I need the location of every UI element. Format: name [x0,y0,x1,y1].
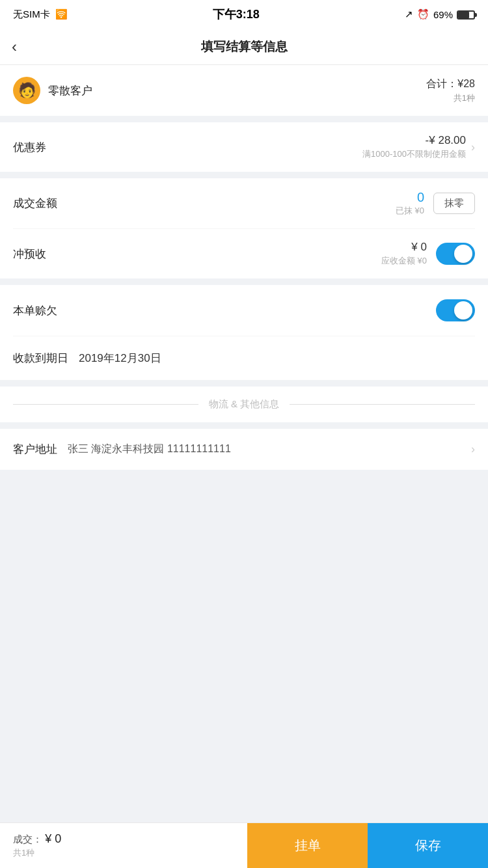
customer-right: 合计：¥28 共1种 [426,77,475,104]
back-button[interactable]: ‹ [12,38,17,56]
status-bar: 无SIM卡 🛜 下午3:18 ↗ ⏰ 69% [0,0,488,29]
debt-toggle-knob [454,301,472,319]
prepayment-toggle[interactable] [436,243,475,265]
transaction-section: 成交金额 0 已抹 ¥0 抹零 冲预收 ¥ 0 应收金额 ¥0 [0,178,488,278]
round-button[interactable]: 抹零 [433,193,475,214]
customer-row: 🧑 零散客户 合计：¥28 共1种 [0,65,488,116]
location-icon: ↗ [405,8,413,20]
page-title: 填写结算等信息 [201,38,288,55]
deal-text: 成交： [13,834,42,845]
deal-amount: ¥ 0 [45,832,61,845]
due-date-value: 2019年12月30日 [79,351,161,366]
debt-toggle[interactable] [436,299,475,321]
customer-name: 零散客户 [48,83,92,98]
empty-area [0,476,488,580]
address-label: 客户地址 [13,442,57,457]
nav-bar: ‹ 填写结算等信息 [0,29,488,65]
bottom-info: 成交： ¥ 0 共1种 [0,832,247,859]
avatar: 🧑 [13,77,40,104]
bottom-deal-label: 成交： ¥ 0 [13,832,234,846]
avatar-icon: 🧑 [18,82,36,99]
total-amount: 合计：¥28 [426,77,475,91]
transaction-label: 成交金额 [13,196,57,211]
bottom-bar: 成交： ¥ 0 共1种 挂单 保存 [0,822,488,868]
coupon-section: 优惠券 -¥ 28.00 满1000-100不限制使用金额 › [0,122,488,172]
address-value: 张三 海淀永丰科技园 11111111111 [68,442,461,456]
bottom-count: 共1种 [13,847,234,859]
hang-button[interactable]: 挂单 [247,823,368,869]
prepayment-sub: 应收金额 ¥0 [381,255,427,267]
coupon-right: -¥ 28.00 满1000-100不限制使用金额 › [362,134,475,160]
save-label: 保存 [415,837,441,854]
content: 🧑 零散客户 合计：¥28 共1种 优惠券 -¥ 28.00 满1000-100… [0,65,488,580]
prepayment-label: 冲预收 [13,247,46,262]
hang-label: 挂单 [295,837,321,854]
prepayment-right: ¥ 0 应收金额 ¥0 [381,241,475,267]
battery-percent: 69% [433,9,453,20]
toggle-knob [454,245,472,263]
debt-row: 本单赊欠 [13,285,475,336]
prepayment-info: ¥ 0 应收金额 ¥0 [381,241,427,267]
save-button[interactable]: 保存 [368,823,488,869]
status-bar-right: ↗ ⏰ 69% [405,8,475,20]
wifi-icon: 🛜 [55,8,68,20]
transaction-amount: 0 [417,190,424,204]
coupon-info: -¥ 28.00 满1000-100不限制使用金额 [362,134,466,160]
prepayment-amount: ¥ 0 [381,241,427,254]
coupon-row[interactable]: 优惠券 -¥ 28.00 满1000-100不限制使用金额 › [0,122,488,172]
logistics-section: 物流 & 其他信息 [0,387,488,422]
coupon-desc: 满1000-100不限制使用金额 [362,148,466,160]
due-date-label: 收款到期日 [13,351,68,366]
address-row[interactable]: 客户地址 张三 海淀永丰科技园 11111111111 › [0,429,488,470]
customer-left: 🧑 零散客户 [13,77,92,104]
debt-section: 本单赊欠 收款到期日 2019年12月30日 [0,285,488,380]
sim-text: 无SIM卡 [13,8,50,21]
alarm-icon: ⏰ [417,8,429,20]
coupon-chevron-icon: › [471,141,475,154]
battery-icon [457,9,475,20]
transaction-sub: 已抹 ¥0 [396,205,424,217]
address-chevron-icon: › [471,442,475,456]
prepayment-row: 冲预收 ¥ 0 应收金额 ¥0 [13,229,475,278]
transaction-right: 0 已抹 ¥0 抹零 [396,190,475,217]
transaction-row: 成交金额 0 已抹 ¥0 抹零 [13,178,475,229]
logistics-header: 物流 & 其他信息 [0,387,488,422]
coupon-amount: -¥ 28.00 [362,134,466,147]
due-date-row: 收款到期日 2019年12月30日 [13,336,475,380]
customer-section: 🧑 零散客户 合计：¥28 共1种 [0,65,488,116]
debt-label: 本单赊欠 [13,303,57,318]
coupon-label: 优惠券 [13,140,46,155]
address-section: 客户地址 张三 海淀永丰科技园 11111111111 › [0,429,488,470]
status-bar-left: 无SIM卡 🛜 [13,8,68,21]
logistics-header-text: 物流 & 其他信息 [198,398,290,411]
status-bar-time: 下午3:18 [213,7,260,22]
item-count: 共1种 [426,92,475,104]
